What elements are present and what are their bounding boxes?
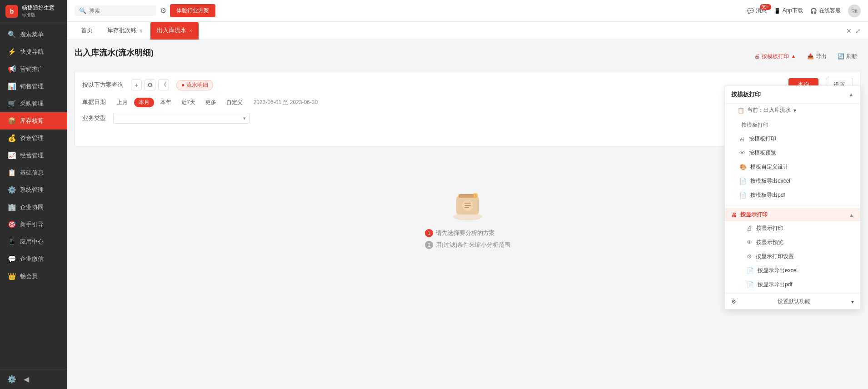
display-print-expand-icon[interactable]: ▲ bbox=[849, 212, 854, 218]
current-label: 当前：出入库流水 bbox=[747, 106, 791, 114]
sidebar-item-member[interactable]: 👑畅会员 bbox=[0, 268, 67, 285]
sidebar-item-basic-info[interactable]: 📋基础信息 bbox=[0, 164, 67, 181]
nav-icon-purchase: 🛒 bbox=[7, 100, 16, 108]
nav-label-marketing: 营销推广 bbox=[20, 65, 44, 73]
sidebar-item-sales[interactable]: 📊销售管理 bbox=[0, 78, 67, 95]
template-preview-item[interactable]: 👁 按模板预览 bbox=[725, 146, 860, 160]
template-export-pdf-icon: 📄 bbox=[739, 192, 747, 199]
tab-batch-account[interactable]: 库存批次账× bbox=[101, 22, 149, 40]
sidebar-item-purchase[interactable]: 🛒采购管理 bbox=[0, 95, 67, 112]
online-service-button[interactable]: 🎧 在线客服 bbox=[810, 7, 841, 15]
date-tab-current-month[interactable]: 本月 bbox=[134, 98, 154, 107]
nav-label-member: 畅会员 bbox=[20, 272, 38, 280]
template-print-icon: 🖨 bbox=[739, 135, 745, 142]
sidebar-item-system[interactable]: ⚙️系统管理 bbox=[0, 181, 67, 199]
display-settings-item[interactable]: ⚙ 按显示打印设置 bbox=[725, 249, 860, 264]
print-button[interactable]: 🖨 按模板打印 ▲ bbox=[751, 51, 800, 62]
sidebar-item-search[interactable]: 🔍搜索菜单 bbox=[0, 26, 67, 43]
sidebar: b 畅捷通好生意 标准版 🔍搜索菜单⚡快捷导航📢营销推广📊销售管理🛒采购管理📦库… bbox=[0, 0, 67, 389]
nav-icon-basic-info: 📋 bbox=[7, 169, 16, 177]
sidebar-item-quick-nav[interactable]: ⚡快捷导航 bbox=[0, 43, 67, 60]
sidebar-item-guide[interactable]: 🎯新手引导 bbox=[0, 216, 67, 233]
date-tab-more[interactable]: 更多 bbox=[202, 97, 220, 108]
display-export-excel-icon: 📄 bbox=[747, 267, 754, 274]
refresh-button[interactable]: 🔄 刷新 bbox=[834, 51, 861, 62]
app-download-label: App下载 bbox=[783, 7, 803, 15]
header-search-bar[interactable]: 🔍 bbox=[75, 5, 156, 16]
display-print-icon: 🖨 bbox=[747, 225, 753, 232]
app-download-button[interactable]: 📱 App下载 bbox=[774, 7, 803, 15]
tab-flow[interactable]: 出入库流水× bbox=[150, 22, 198, 40]
svg-rect-5 bbox=[464, 205, 471, 206]
sidebar-item-enterprise[interactable]: 🏢企业协同 bbox=[0, 199, 67, 216]
display-print-section-label: 按显示打印 bbox=[740, 211, 768, 219]
dropdown-divider bbox=[725, 205, 860, 205]
settings-bottom-icon[interactable]: ⚙️ bbox=[7, 375, 16, 384]
display-preview-item[interactable]: 👁 按显示预览 bbox=[725, 235, 860, 249]
business-type-select[interactable] bbox=[113, 113, 249, 124]
display-export-pdf-item[interactable]: 📄 按显示导出pdf bbox=[725, 278, 860, 292]
date-tab-custom[interactable]: 自定义 bbox=[223, 97, 246, 108]
refresh-icon: 🔄 bbox=[838, 53, 844, 60]
export-label: 导出 bbox=[816, 53, 827, 60]
window-expand-icon[interactable]: ⤢ bbox=[855, 27, 861, 35]
template-print-label: 按模板打印 bbox=[749, 135, 776, 143]
nav-label-finance: 资金管理 bbox=[20, 134, 44, 142]
template-export-excel-item[interactable]: 📄 按模板导出excel bbox=[725, 174, 860, 188]
message-button[interactable]: 💬 消息 99+ bbox=[747, 7, 767, 15]
filter-add-button[interactable]: + bbox=[131, 80, 142, 90]
template-export-pdf-item[interactable]: 📄 按模板导出pdf bbox=[725, 188, 860, 202]
nav-label-operation: 经营管理 bbox=[20, 151, 44, 160]
window-close-icon[interactable]: ✕ bbox=[846, 27, 852, 35]
empty-hint-2-text: 用[过滤]条件来缩小分析范围 bbox=[436, 241, 510, 249]
print-label: 按模板打印 bbox=[762, 53, 789, 60]
template-custom-label: 模板自定义设计 bbox=[750, 163, 788, 171]
nav-icon-app-center: 📱 bbox=[7, 238, 16, 246]
sidebar-item-inventory[interactable]: 📦库存核算 bbox=[0, 112, 67, 130]
sidebar-item-operation[interactable]: 📈经营管理 bbox=[0, 147, 67, 164]
current-expand-icon[interactable]: ▾ bbox=[793, 107, 796, 114]
main-area: 🔍 ⚙ 体验行业方案 💬 消息 99+ 📱 App下载 🎧 在线客服 Rit bbox=[67, 0, 868, 389]
display-export-excel-item[interactable]: 📄 按显示导出excel bbox=[725, 264, 860, 278]
nav-icon-enterprise: 🏢 bbox=[7, 203, 16, 211]
date-tab-prev-month[interactable]: 上月 bbox=[113, 97, 131, 108]
filter-collapse-button[interactable]: 《 bbox=[158, 80, 169, 90]
header-search-input[interactable] bbox=[89, 8, 152, 14]
display-export-pdf-icon: 📄 bbox=[747, 281, 754, 288]
logo-text: 畅捷通好生意 bbox=[22, 5, 55, 12]
filter-tag-label: 流水明细 bbox=[186, 81, 208, 89]
template-print-section: 按模板打印 🖨 按模板打印 👁 按模板预览 🎨 模板自定义设计 📄 按模板导出e… bbox=[725, 117, 860, 204]
header-gear-icon[interactable]: ⚙ bbox=[160, 6, 166, 15]
tab-close-flow[interactable]: × bbox=[189, 28, 192, 33]
display-print-item[interactable]: 🖨 按显示打印 bbox=[725, 221, 860, 235]
display-preview-icon: 👁 bbox=[747, 239, 753, 246]
sidebar-item-marketing[interactable]: 📢营销推广 bbox=[0, 60, 67, 78]
user-avatar[interactable]: Rit bbox=[848, 5, 861, 17]
date-tab-recent-7[interactable]: 近7天 bbox=[178, 97, 199, 108]
sidebar-item-finance[interactable]: 💰资金管理 bbox=[0, 130, 67, 147]
filter-settings-button[interactable]: ⚙ bbox=[145, 80, 155, 90]
template-print-item[interactable]: 🖨 按模板打印 bbox=[725, 132, 860, 146]
tab-label-batch-account: 库存批次账 bbox=[107, 26, 137, 35]
date-tab-current-year[interactable]: 本年 bbox=[157, 97, 175, 108]
collapse-bottom-icon[interactable]: ◀ bbox=[24, 375, 29, 384]
nav-icon-member: 👑 bbox=[7, 272, 16, 280]
sidebar-item-wechat[interactable]: 💬企业微信 bbox=[0, 250, 67, 268]
display-print-section-header: 🖨 按显示打印 ▲ bbox=[725, 208, 860, 221]
tab-home[interactable]: 首页 bbox=[75, 22, 99, 40]
svg-point-7 bbox=[473, 193, 478, 198]
date-label: 单据日期 bbox=[82, 98, 106, 106]
dropdown-header: 按模板打印 ▲ bbox=[725, 86, 860, 104]
sidebar-item-app-center[interactable]: 📱应用中心 bbox=[0, 233, 67, 250]
filter-tag-item[interactable]: ● 流水明细 bbox=[176, 80, 213, 90]
display-print-label: 按显示打印 bbox=[756, 224, 783, 232]
export-button[interactable]: 📤 导出 bbox=[803, 51, 830, 62]
industry-solution-button[interactable]: 体验行业方案 bbox=[170, 4, 215, 17]
sidebar-bottom: ⚙️ ◀ bbox=[0, 369, 67, 389]
tab-close-batch-account[interactable]: × bbox=[140, 28, 142, 33]
dropdown-footer[interactable]: ⚙ 设置默认功能 ▾ bbox=[725, 294, 860, 309]
filter-tag-icon: ● bbox=[181, 82, 185, 88]
nav-label-app-center: 应用中心 bbox=[20, 238, 44, 246]
dropdown-chevron[interactable]: ▲ bbox=[848, 91, 854, 98]
template-custom-item[interactable]: 🎨 模板自定义设计 bbox=[725, 160, 860, 174]
